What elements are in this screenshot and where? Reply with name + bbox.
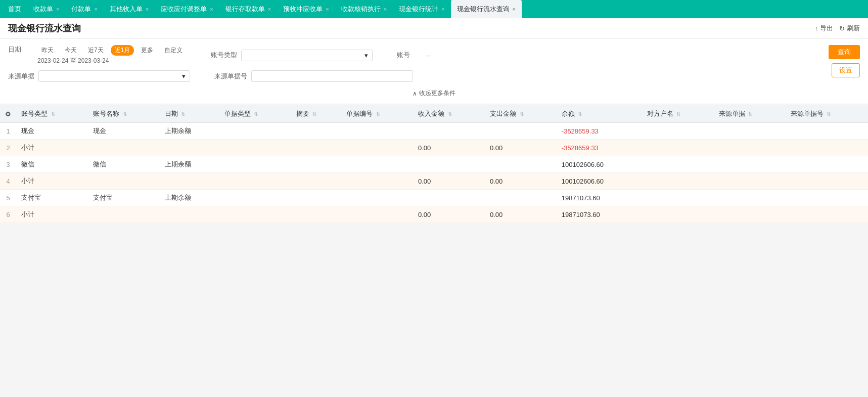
cell-doc_number: [341, 156, 413, 173]
table-row: 6小计0.000.0019871073.60: [0, 206, 868, 223]
cell-doc_number: [341, 123, 413, 140]
cell-summary: [291, 190, 341, 206]
cell-doc_number: [341, 173, 413, 190]
cell-num: 5: [0, 190, 16, 206]
refresh-label: 刷新: [847, 24, 860, 33]
th-summary-label: 摘要: [296, 110, 309, 117]
query-button[interactable]: 查询: [829, 45, 860, 59]
cell-source_doc: [714, 123, 786, 140]
filter-row-2: 来源单据 ▾ 来源单据号: [8, 70, 829, 82]
th-account-name-label: 账号名称: [93, 110, 119, 117]
cell-source_doc_num: [786, 190, 868, 206]
th-account-name[interactable]: 账号名称 ⇅: [88, 105, 160, 123]
date-option-more[interactable]: 更多: [137, 45, 157, 56]
date-option-1month[interactable]: 近1月: [111, 45, 134, 56]
th-balance[interactable]: 余额 ⇅: [557, 105, 642, 123]
account-type-select[interactable]: ▾: [241, 50, 373, 61]
collapse-button[interactable]: ∧ 收起更多条件: [413, 89, 455, 98]
cell-source_doc: [714, 206, 786, 223]
cell-income: [413, 156, 485, 173]
nav-label-payment: 付款单: [71, 5, 91, 14]
cell-expense: 0.00: [485, 206, 557, 223]
nav-label-cash-flow: 现金银行流水查询: [457, 5, 510, 14]
nav-label-prepay: 预收冲应收单: [283, 5, 323, 14]
source-doc-num-filter-group: 来源单据号: [214, 70, 413, 82]
th-source-doc[interactable]: 来源单据 ⇅: [714, 105, 786, 123]
cell-num: 2: [0, 140, 16, 156]
nav-item-home[interactable]: 首页: [2, 0, 27, 18]
nav-item-payment[interactable]: 付款单 ×: [65, 0, 103, 18]
cell-source_doc: [714, 173, 786, 190]
cell-counterparty: [642, 190, 714, 206]
export-button[interactable]: ↑ 导出: [815, 24, 834, 33]
th-counterparty[interactable]: 对方户名 ⇅: [642, 105, 714, 123]
filter-area: 日期 昨天 今天 近7天 近1月 更多 自定义 2023-02-24 至 202…: [0, 39, 868, 104]
th-doc-type[interactable]: 单据类型 ⇅: [219, 105, 291, 123]
cell-source_doc_num: [786, 123, 868, 140]
cell-source_doc: [714, 190, 786, 206]
refresh-icon: ↻: [839, 25, 845, 32]
date-option-today[interactable]: 今天: [61, 45, 81, 56]
close-icon[interactable]: ×: [513, 6, 516, 12]
close-icon[interactable]: ×: [326, 6, 329, 12]
close-icon[interactable]: ×: [384, 6, 387, 12]
th-date-label: 日期: [165, 110, 178, 117]
close-icon[interactable]: ×: [56, 6, 59, 12]
nav-item-collect-exec[interactable]: 收款核销执行 ×: [335, 0, 393, 18]
account-dots[interactable]: ···: [426, 52, 432, 59]
th-date[interactable]: 日期 ⇅: [160, 105, 219, 123]
sort-icon: ⇅: [448, 111, 452, 117]
table-row: 3微信微信上期余额100102606.60: [0, 156, 868, 173]
th-doc-number[interactable]: 单据编号 ⇅: [341, 105, 413, 123]
date-label: 日期: [8, 45, 33, 54]
close-icon[interactable]: ×: [441, 6, 444, 12]
th-settings[interactable]: ⚙: [0, 105, 16, 123]
sort-icon: ⇅: [181, 111, 185, 117]
close-icon[interactable]: ×: [268, 6, 271, 12]
cell-summary: [291, 140, 341, 156]
th-income[interactable]: 收入金额 ⇅: [413, 105, 485, 123]
nav-label-collect-exec: 收款核销执行: [341, 5, 381, 14]
date-option-custom[interactable]: 自定义: [160, 45, 187, 56]
th-expense[interactable]: 支出金额 ⇅: [485, 105, 557, 123]
cell-income: 0.00: [413, 140, 485, 156]
cell-counterparty: [642, 123, 714, 140]
cell-expense: [485, 190, 557, 206]
close-icon[interactable]: ×: [146, 6, 149, 12]
cell-account_name: [88, 206, 160, 223]
date-option-yesterday[interactable]: 昨天: [37, 45, 58, 56]
chevron-down-icon-2: ▾: [182, 72, 186, 80]
th-account-type[interactable]: 账号类型 ⇅: [16, 105, 88, 123]
nav-item-bank-deposit[interactable]: 银行存取款单 ×: [219, 0, 277, 18]
nav-item-other-income[interactable]: 其他收入单 ×: [104, 0, 155, 18]
th-summary[interactable]: 摘要 ⇅: [291, 105, 341, 123]
nav-label-bank-deposit: 银行存取款单: [225, 5, 265, 14]
close-icon[interactable]: ×: [94, 6, 97, 12]
account-type-label: 账号类型: [211, 51, 237, 60]
nav-item-prepay[interactable]: 预收冲应收单 ×: [277, 0, 335, 18]
cell-expense: [485, 123, 557, 140]
cell-account_type: 小计: [16, 206, 88, 223]
nav-item-cash-stat[interactable]: 现金银行统计 ×: [393, 0, 450, 18]
cell-balance: 19871073.60: [557, 190, 642, 206]
th-account-type-label: 账号类型: [21, 110, 48, 117]
table-row: 4小计0.000.00100102606.60: [0, 173, 868, 190]
nav-item-receipt[interactable]: 收款单 ×: [27, 0, 65, 18]
refresh-button[interactable]: ↻ 刷新: [839, 24, 860, 33]
page-header: 现金银行流水查询 ↑ 导出 ↻ 刷新: [0, 18, 868, 39]
cell-num: 4: [0, 173, 16, 190]
cell-source_doc_num: [786, 140, 868, 156]
nav-item-cash-flow[interactable]: 现金银行流水查询 ×: [451, 0, 522, 18]
settings-button[interactable]: 设置: [832, 63, 860, 77]
th-source-doc-num[interactable]: 来源单据号 ⇅: [786, 105, 868, 123]
nav-label-home: 首页: [8, 5, 21, 14]
date-option-7days[interactable]: 近7天: [84, 45, 108, 56]
source-doc-select[interactable]: ▾: [38, 70, 190, 82]
nav-label-receipt: 收款单: [33, 5, 53, 14]
nav-item-ar-adjust[interactable]: 应收应付调整单 ×: [155, 0, 219, 18]
cell-account_type: 小计: [16, 173, 88, 190]
cell-balance: 100102606.60: [557, 173, 642, 190]
source-doc-num-input[interactable]: [251, 70, 413, 82]
sort-icon: ⇅: [578, 111, 582, 117]
close-icon[interactable]: ×: [210, 6, 213, 12]
